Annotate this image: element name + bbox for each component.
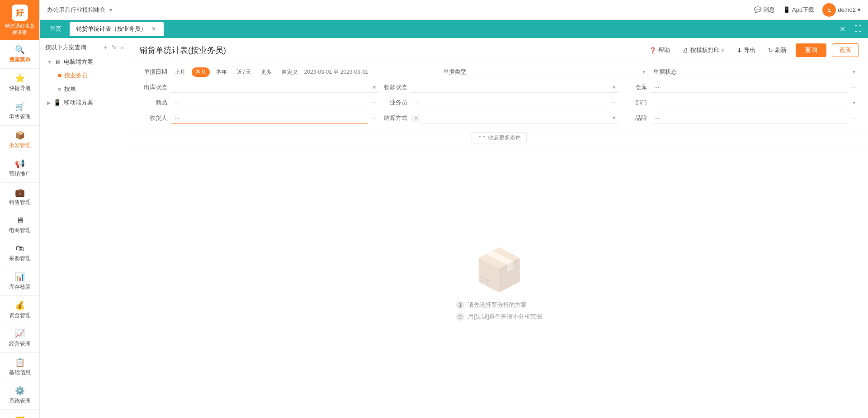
settlement-label: 结算方式 [379,114,411,122]
brand-input[interactable] [651,113,847,124]
settlement-tag-close[interactable]: ✕ [414,115,418,121]
warehouse-dots[interactable]: ··· [848,83,859,91]
brand-control: ··· [651,113,859,124]
sidebar: 好 畅捷通好生意 标准版 🔍 搜索菜单 ⭐ 快捷导航 🛒 零售管理 📦 批发管理… [0,0,40,418]
out-status-select[interactable] [171,82,379,93]
sidebar-item-search[interactable]: 🔍 搜索菜单 [0,40,39,69]
system-icon: ⚙️ [15,386,25,396]
top-header: 办公用品行业模拟账套 ▾ 💬 消息 📱 App下载 E demo2 ▾ [40,0,868,20]
dept-label: 部门 [619,99,651,107]
sidebar-item-collab[interactable]: 🤝 企业协同 [0,410,39,418]
tree-children-pc: 按业务员 ≡ 按单 [40,69,130,96]
sidebar-item-ecom[interactable]: 🖥 电商管理 [0,211,39,239]
page-content: 按以下方案查询 + ✎ « ▼ 🖥 电脑端方案 按业务员 [40,38,868,418]
logo[interactable]: 好 畅捷通好生意 标准版 [0,0,39,40]
tab-close-window-btn[interactable]: ✕ [837,24,848,34]
sidebar-item-sales[interactable]: 💼 销售管理 [0,183,39,211]
doc-type-select[interactable] [470,66,649,77]
left-panel: 按以下方案查询 + ✎ « ▼ 🖥 电脑端方案 按业务员 [40,38,130,418]
sidebar-item-retail[interactable]: 🛒 零售管理 [0,97,39,126]
warehouse-label: 仓库 [619,83,651,91]
collab-icon: 🤝 [15,414,25,418]
tab-expand-btn[interactable]: ⛶ [852,24,864,34]
warehouse-control: ··· [651,82,859,93]
date-tab-this-month[interactable]: 本月 [192,67,210,77]
logo-icon: 好 [12,5,28,21]
doc-status-wrapper: ▾ [680,66,859,77]
management-icon: 📈 [15,329,25,339]
warehouse-input[interactable] [651,82,847,93]
date-tab-more[interactable]: 更多 [257,67,275,77]
query-btn[interactable]: 查询 [796,43,826,57]
settlement-wrapper: ▾ [420,113,619,124]
empty-state: 📦 1 请先选择要分析的方案 2 用[过滤]条件来缩小分析范围 [130,148,868,418]
sidebar-item-basic[interactable]: 📋 基础信息 [0,353,39,381]
tree-item-by-order[interactable]: ≡ 按单 [52,82,130,96]
recv-person-input[interactable] [171,113,368,124]
dept-control: ▾ [651,97,859,108]
quicknav-icon: ⭐ [15,73,25,83]
tree-node-pc[interactable]: ▼ 🖥 电脑端方案 [40,55,130,69]
goods-input[interactable] [171,97,368,108]
page-title: 销货单统计表(按业务员) [139,45,226,56]
app-download-btn[interactable]: 📱 App下载 [783,6,814,14]
tab-home[interactable]: 首页 [43,22,68,36]
tab-sales-stats[interactable]: 销货单统计表（按业务员） ✕ [70,22,164,36]
sidebar-item-quicknav[interactable]: ⭐ 快捷导航 [0,69,39,97]
export-btn[interactable]: ⬇ 导出 [733,44,759,56]
salesman-input[interactable] [411,97,608,108]
filter-row-3: 商品 ··· 业务员 ··· 部门 [139,97,859,108]
out-status-wrapper: ▾ [171,82,379,93]
date-tab-this-year[interactable]: 本年 [212,67,231,77]
tree-item-by-salesman[interactable]: 按业务员 [52,69,130,82]
basic-icon: 📋 [15,357,25,367]
sidebar-item-wholesale[interactable]: 📦 批发管理 [0,126,39,154]
add-scheme-btn[interactable]: + [104,43,108,52]
logo-text: 畅捷通好生意 标准版 [5,23,35,36]
sales-icon: 💼 [15,187,25,197]
refresh-btn[interactable]: ↻ 刷新 [764,44,790,56]
sidebar-item-marketing[interactable]: 📢 营销推广 [0,154,39,183]
settings-btn[interactable]: 设置 [832,43,859,57]
inventory-icon: 📊 [15,272,25,282]
out-status-control: ▾ [171,82,379,93]
settlement-tag: ✕ [411,115,420,122]
dept-select[interactable] [651,97,859,108]
account-dropdown-icon[interactable]: ▾ [109,7,112,13]
help-btn[interactable]: ❓ 帮助 [646,44,674,56]
recv-status-control: ▾ [411,82,619,93]
collapse-panel-btn[interactable]: « [121,43,124,52]
date-tab-custom[interactable]: 自定义 [278,67,302,77]
doc-status-select[interactable] [680,66,859,77]
doc-type-wrapper: ▾ [470,66,649,77]
tree-node-mobile[interactable]: ▶ 📱 移动端方案 [40,96,130,109]
sidebar-item-system[interactable]: ⚙️ 系统管理 [0,381,39,410]
refresh-icon: ↻ [768,47,773,54]
edit-scheme-btn[interactable]: ✎ [111,43,117,52]
recv-person-dots[interactable]: ··· [368,114,379,122]
sidebar-item-management[interactable]: 📈 经营管理 [0,324,39,353]
salesman-dots[interactable]: ··· [608,99,619,107]
template-print-btn[interactable]: 🖨 按模板打印 ▾ [679,44,728,56]
date-tab-last-month[interactable]: 上月 [171,67,189,77]
avatar: E [822,3,836,17]
user-btn[interactable]: E demo2 ▾ [822,3,861,17]
doc-type-control: ▾ [470,66,649,77]
recv-status-select[interactable] [411,82,619,93]
order-icon: ≡ [58,86,61,93]
sidebar-item-purchase[interactable]: 🛍 采购管理 [0,239,39,267]
message-icon: 💬 [754,6,761,13]
tab-controls: ✕ ⛶ [837,24,864,34]
tab-close-icon[interactable]: ✕ [150,25,157,33]
collapse-conditions-btn[interactable]: ⌃⌃ 收起更多条件 [472,132,527,143]
goods-dots[interactable]: ··· [368,99,379,107]
header-right: 💬 消息 📱 App下载 E demo2 ▾ [754,3,861,17]
header-left: 办公用品行业模拟账套 ▾ [47,6,112,14]
message-btn[interactable]: 💬 消息 [754,6,775,14]
settlement-select[interactable] [420,113,619,124]
date-tab-7days[interactable]: 近7天 [233,67,255,77]
sidebar-item-finance[interactable]: 💰 资金管理 [0,296,39,324]
print-icon: 🖨 [683,47,689,54]
brand-dots[interactable]: ··· [848,114,859,122]
sidebar-item-inventory[interactable]: 📊 库存核算 [0,267,39,296]
